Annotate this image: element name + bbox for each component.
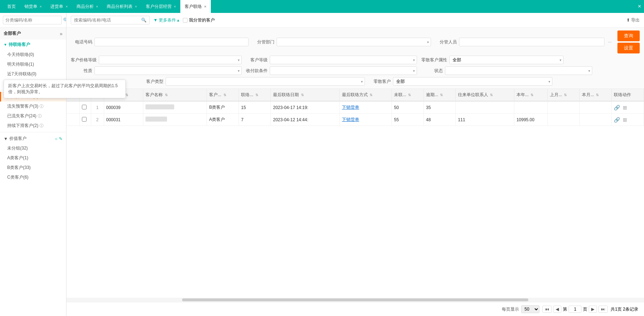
search-icon[interactable]: 🔍 [141, 18, 147, 23]
next-page-btn[interactable]: ▶ [589, 306, 597, 313]
sidebar-item-tomorrow[interactable]: 明天待联络(1) [0, 60, 66, 69]
action-link-icon-1[interactable]: 🔗 [614, 105, 620, 110]
row-checkbox-2[interactable] [82, 117, 87, 122]
manager-input[interactable] [459, 38, 604, 46]
td-checkbox-1[interactable] [79, 101, 91, 114]
th-contact[interactable]: 联络... ⇅ [239, 89, 271, 101]
more-conditions-btn[interactable]: ▼ 更多条件 ▴ [153, 17, 179, 23]
sidebar-item-ungroup[interactable]: 未分组(32) [0, 143, 66, 153]
th-this-year[interactable]: 本年... ⇅ [514, 89, 547, 101]
action-link-icon-2[interactable]: 🔗 [614, 117, 620, 123]
prev-page-btn[interactable]: ◀ [553, 306, 561, 313]
per-page-select[interactable]: 50 10 20 100 [521, 305, 539, 313]
sidebar-value-customer-group[interactable]: ▼ 价值客户 ○ ✎ [0, 134, 66, 143]
sort-icon-date: ⇅ [301, 93, 304, 97]
sort-icon-history: ⇅ [490, 93, 493, 97]
th-customer-type[interactable]: 客户... ⇅ [207, 89, 239, 101]
nav-item-analysis-list[interactable]: 商品分析列表 × [102, 0, 141, 13]
search-input[interactable] [74, 18, 141, 23]
export-button[interactable]: ⬆ 导出 [626, 17, 640, 23]
sidebar-item-churn-warning[interactable]: 流失预警客户(3) ⓘ [0, 102, 66, 111]
th-customer-name[interactable]: 客户名称 ⇅ [143, 89, 207, 101]
filter-row-4: ··· 客户类型 零散客户 全部 [71, 77, 640, 86]
payment-select[interactable] [270, 66, 417, 75]
row-checkbox-1[interactable] [82, 105, 87, 109]
query-button[interactable]: 查询 [617, 30, 640, 41]
search-box: 🔍 [71, 16, 150, 24]
page-input[interactable] [569, 306, 582, 313]
nature-select[interactable] [94, 66, 242, 75]
td-year-2: 10995.00 [514, 114, 547, 126]
th-this-month[interactable]: 本月... ⇅ [579, 89, 611, 101]
nav-customer-contact-close[interactable]: × [204, 4, 206, 9]
content-area: 🔍 ▼ 更多条件 ▴ 我分管的客户 ⬆ 导出 电话号码 [66, 13, 644, 316]
more-conditions-label: 更多条件 [159, 17, 176, 23]
method-link-2[interactable]: 下销货单 [342, 117, 359, 122]
td-contact-2: 7 [239, 114, 271, 126]
nav-item-sales[interactable]: 销货单 × [20, 0, 46, 13]
nav-analysis-close[interactable]: × [96, 4, 98, 9]
sidebar-section-waiting[interactable]: ▼ 待联络客户 [0, 39, 66, 50]
table-row: 1 000039 B类客户 15 2023-04-17 14:19: 下销货单 … [66, 101, 644, 114]
th-last-contact-method[interactable]: 最后联络方式 ⇅ [339, 89, 392, 101]
my-customers-checkbox[interactable] [183, 18, 187, 23]
th-last-contact-date[interactable]: 最后联络日期 ⇅ [271, 89, 340, 101]
phone-input[interactable] [94, 38, 249, 46]
td-checkbox-2[interactable] [79, 114, 91, 126]
retail-customer-select[interactable]: 全部 [393, 77, 552, 86]
nav-customer-tier-label: 客户分层经营 [146, 4, 172, 10]
value-customer-arrow: ▼ [4, 136, 8, 141]
nav-customer-tier-close[interactable]: × [174, 4, 176, 9]
retail-attr-select[interactable]: 全部 [449, 56, 564, 64]
nav-item-customer-tier[interactable]: 客户分层经营 × [142, 0, 180, 13]
nav-purchase-close[interactable]: × [65, 4, 68, 9]
last-page-btn[interactable]: ⏭ [598, 306, 608, 313]
sidebar-search-input[interactable] [3, 16, 62, 24]
phone-label: 电话号码 [71, 39, 92, 45]
sidebar-item-7days[interactable]: 近7天待联络(0) [0, 69, 66, 79]
sidebar-item-today[interactable]: 今天待联络(0) [0, 50, 66, 60]
horizontal-scrollbar[interactable] [66, 298, 644, 302]
td-settings-2 [66, 114, 79, 126]
settings-button[interactable]: 设置 [617, 43, 640, 53]
manager-dots[interactable]: ··· [607, 39, 613, 44]
table-header-row: ⚙ 客户编码 ⇅ 客户名称 ⇅ 客户... ⇅ 联络... ⇅ 最后联络日期 ⇅… [66, 89, 644, 101]
sidebar-item-declining[interactable]: 持续下滑客户(2) ⓘ [0, 121, 66, 131]
sidebar-item-b-class[interactable]: B类客户(33) [0, 163, 66, 173]
action-grid-icon-2[interactable]: ⊞ [623, 117, 627, 123]
th-uncontacted[interactable]: 未联... ⇅ [392, 89, 424, 101]
sidebar-collapse-btn[interactable]: » [60, 31, 62, 37]
filter-manager: 分管人员 ··· [435, 38, 613, 46]
nav-analysis-list-close[interactable]: × [135, 4, 137, 9]
value-customer-settings[interactable]: ✎ [59, 136, 62, 141]
first-page-btn[interactable]: ⏮ [542, 306, 552, 313]
action-grid-icon-1[interactable]: ⊞ [623, 105, 627, 110]
filter-row-3: 性质 收付款条件 状态 [71, 66, 640, 75]
price-level-select[interactable] [99, 56, 242, 64]
nav-item-purchase[interactable]: 进货单 × [46, 0, 72, 13]
close-all-tabs[interactable]: × [638, 3, 641, 10]
sidebar-item-a-class[interactable]: A类客户(1) [0, 153, 66, 163]
nav-sales-label: 销货单 [24, 4, 37, 10]
filter-phone: 电话号码 [71, 38, 249, 46]
status-select[interactable] [445, 66, 592, 75]
scrollbar-thumb[interactable] [182, 298, 529, 301]
sidebar-item-c-class[interactable]: C类客户(6) [0, 173, 66, 182]
nav-item-home[interactable]: 首页 [3, 0, 20, 13]
customer-type-select[interactable] [166, 77, 365, 86]
nav-item-analysis[interactable]: 商品分析 × [72, 0, 102, 13]
nav-sales-close[interactable]: × [40, 4, 42, 9]
th-last-month[interactable]: 上月... ⇅ [547, 89, 579, 101]
sidebar-search-icon[interactable]: 🔍 [63, 18, 66, 23]
nav-item-customer-contact[interactable]: 客户联络 × [180, 0, 210, 13]
customer-level-select[interactable] [270, 56, 417, 64]
th-overdue[interactable]: 逾期... ⇅ [424, 89, 456, 101]
my-customers-filter[interactable]: 我分管的客户 [183, 17, 215, 23]
method-link-1[interactable]: 下销货单 [342, 105, 359, 110]
th-history-contact[interactable]: 往来单位联系人 ⇅ [456, 89, 514, 101]
td-method-1[interactable]: 下销货单 [339, 101, 392, 114]
td-method-2[interactable]: 下销货单 [339, 114, 392, 126]
sidebar-item-churned[interactable]: 已流失客户(24) ⓘ [0, 111, 66, 121]
value-customer-edit[interactable]: ○ [55, 136, 57, 141]
department-select[interactable] [277, 38, 431, 46]
